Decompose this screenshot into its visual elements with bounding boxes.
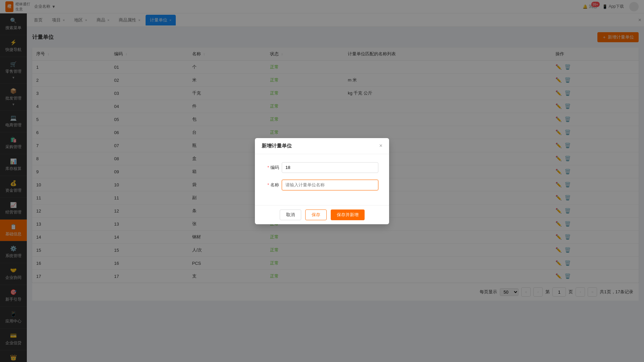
- save-button[interactable]: 保存: [305, 209, 327, 220]
- save-and-new-button[interactable]: 保存并新增: [331, 209, 365, 220]
- add-measure-unit-modal: 新增计量单位 × 编码 名称 取消 保存 保存并新增: [255, 138, 389, 224]
- code-input[interactable]: [282, 162, 378, 173]
- modal-overlay: 新增计量单位 × 编码 名称 取消 保存 保存并新增: [0, 0, 644, 362]
- cancel-button[interactable]: 取消: [280, 209, 301, 220]
- name-label: 名称: [266, 182, 279, 188]
- name-input[interactable]: [282, 180, 378, 190]
- form-row-code: 编码: [266, 162, 378, 173]
- modal-body: 编码 名称: [255, 154, 389, 205]
- modal-header: 新增计量单位 ×: [255, 138, 389, 154]
- form-row-name: 名称: [266, 180, 378, 190]
- modal-title: 新增计量单位: [262, 143, 292, 149]
- modal-footer: 取消 保存 保存并新增: [255, 205, 389, 224]
- modal-close-button[interactable]: ×: [379, 143, 382, 149]
- code-label: 编码: [266, 165, 279, 171]
